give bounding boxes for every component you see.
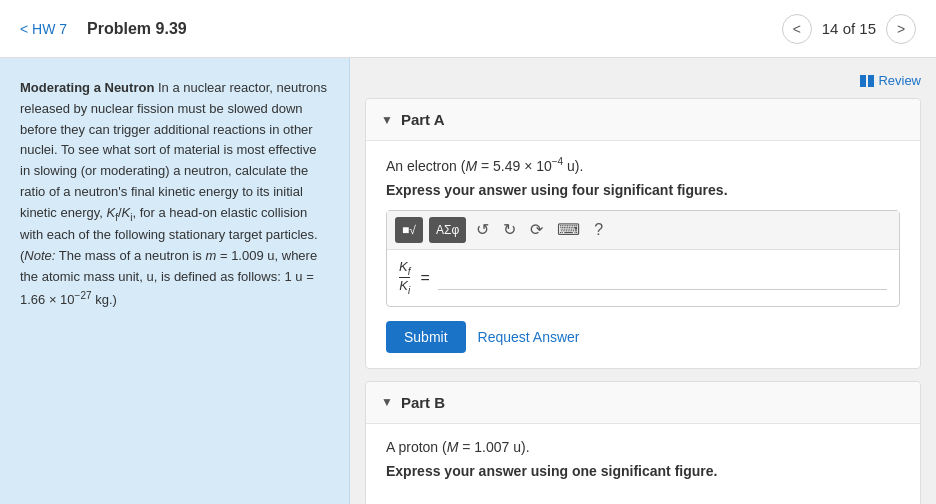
left-panel-text: Moderating a Neutron In a nuclear reacto… bbox=[20, 78, 329, 311]
review-bar: Review bbox=[365, 68, 921, 98]
review-label: Review bbox=[878, 73, 921, 88]
keyboard-icon: ⌨ bbox=[557, 220, 580, 239]
fraction-icon: ■√ bbox=[402, 223, 416, 237]
part-a-problem-text: An electron (M = 5.49 × 10−4 u). bbox=[386, 156, 900, 174]
part-a-instruction: Express your answer using four significa… bbox=[386, 182, 900, 198]
part-a-header[interactable]: ▼ Part A bbox=[366, 99, 920, 141]
fraction-numerator: Kf bbox=[399, 260, 410, 277]
part-b-label: Part B bbox=[401, 394, 445, 411]
reset-button[interactable]: ⟳ bbox=[526, 218, 547, 241]
right-panel: Review ▼ Part A An electron (M = 5.49 × … bbox=[350, 58, 936, 504]
main-layout: Moderating a Neutron In a nuclear reacto… bbox=[0, 58, 936, 504]
redo-button[interactable]: ↻ bbox=[499, 218, 520, 241]
help-icon: ? bbox=[594, 221, 603, 239]
top-bar: < HW 7 Problem 9.39 < 14 of 15 > bbox=[0, 0, 936, 58]
keyboard-button[interactable]: ⌨ bbox=[553, 218, 584, 241]
page-count: 14 of 15 bbox=[822, 20, 876, 37]
answer-input-row: Kf Ki = bbox=[387, 250, 899, 306]
part-b-header[interactable]: ▼ Part B bbox=[366, 382, 920, 424]
problem-title: Problem 9.39 bbox=[87, 20, 187, 38]
part-b-instruction: Express your answer using one significan… bbox=[386, 463, 900, 479]
submit-button[interactable]: Submit bbox=[386, 321, 466, 353]
part-a-answer-area: ■√ AΣφ ↺ ↻ ⟳ bbox=[386, 210, 900, 307]
prev-button[interactable]: < bbox=[782, 14, 812, 44]
hw-link[interactable]: < HW 7 bbox=[20, 21, 67, 37]
part-a-arrow: ▼ bbox=[381, 113, 393, 127]
help-button[interactable]: ? bbox=[590, 219, 607, 241]
top-bar-left: < HW 7 Problem 9.39 bbox=[20, 20, 187, 38]
answer-fraction: Kf Ki bbox=[399, 260, 410, 296]
alpha-sigma-button[interactable]: AΣφ bbox=[429, 217, 466, 243]
part-b-content: A proton (M = 1.007 u). Express your ans… bbox=[366, 424, 920, 504]
answer-fraction-label: Kf Ki bbox=[399, 260, 410, 296]
part-a-content: An electron (M = 5.49 × 10−4 u). Express… bbox=[366, 141, 920, 368]
undo-icon: ↺ bbox=[476, 220, 489, 239]
part-a-section: ▼ Part A An electron (M = 5.49 × 10−4 u)… bbox=[365, 98, 921, 369]
part-b-section: ▼ Part B A proton (M = 1.007 u). Express… bbox=[365, 381, 921, 504]
fraction-button[interactable]: ■√ bbox=[395, 217, 423, 243]
part-a-toolbar: ■√ AΣφ ↺ ↻ ⟳ bbox=[387, 211, 899, 250]
answer-input[interactable] bbox=[438, 265, 887, 290]
review-link[interactable]: Review bbox=[860, 73, 921, 88]
alpha-sigma-icon: AΣφ bbox=[436, 223, 459, 237]
left-panel-title: Moderating a Neutron bbox=[20, 80, 154, 95]
reset-icon: ⟳ bbox=[530, 220, 543, 239]
fraction-denominator: Ki bbox=[399, 279, 410, 296]
undo-button[interactable]: ↺ bbox=[472, 218, 493, 241]
top-bar-right: < 14 of 15 > bbox=[782, 14, 916, 44]
redo-icon: ↻ bbox=[503, 220, 516, 239]
request-answer-link[interactable]: Request Answer bbox=[478, 329, 580, 345]
part-b-arrow: ▼ bbox=[381, 395, 393, 409]
part-a-label: Part A bbox=[401, 111, 445, 128]
equals-sign: = bbox=[420, 269, 429, 287]
next-button[interactable]: > bbox=[886, 14, 916, 44]
review-icon bbox=[860, 75, 874, 87]
part-b-problem-text: A proton (M = 1.007 u). bbox=[386, 439, 900, 455]
left-panel: Moderating a Neutron In a nuclear reacto… bbox=[0, 58, 350, 504]
buttons-row: Submit Request Answer bbox=[386, 321, 900, 353]
